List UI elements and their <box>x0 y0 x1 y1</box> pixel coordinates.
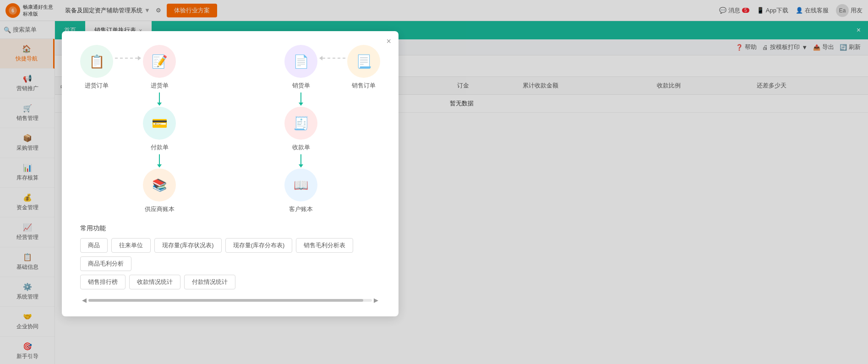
receipt-label: 收款单 <box>292 143 310 152</box>
arrow-h-1 <box>115 56 141 60</box>
scroll-thumb[interactable] <box>88 299 363 302</box>
purchase-bill-node[interactable]: 📝 <box>143 45 176 78</box>
sales-order-label: 销售订单 <box>352 81 376 90</box>
scroll-left-arrow[interactable]: ◀ <box>80 297 88 304</box>
sales-bill-label: 销货单 <box>292 81 310 90</box>
supplier-account-node[interactable]: 📚 <box>143 168 176 201</box>
supplier-account-label: 供应商账本 <box>145 205 175 213</box>
scroll-right-arrow[interactable]: ▶ <box>372 297 380 304</box>
flow-col-2: 📝 进货单 💳 付款单 📚 供应商账本 <box>143 45 176 213</box>
common-btns-row2: 销售排行榜 收款情况统计 付款情况统计 <box>80 275 380 289</box>
payment-label: 付款单 <box>151 143 169 152</box>
flow-diagram: 📋 进货订单 📝 进货单 💳 付款单 📚 供应商账本 <box>80 45 380 213</box>
customer-account-node[interactable]: 📖 <box>284 168 317 201</box>
v-arrow-2 <box>157 154 162 168</box>
purchase-order-label: 进货订单 <box>85 81 109 90</box>
btn-payment-stats[interactable]: 付款情况统计 <box>184 275 235 289</box>
scroll-track[interactable] <box>88 299 372 302</box>
common-functions: 常用功能 商品 往来单位 现存量(库存状况表) 现存量(库存分布表) 销售毛利分… <box>80 224 380 289</box>
common-functions-title: 常用功能 <box>80 224 380 233</box>
flow-col-4: 📃 销售订单 <box>347 45 380 90</box>
purchase-order-node[interactable]: 📋 <box>80 45 113 78</box>
receipt-node[interactable]: 🧾 <box>284 107 317 140</box>
v-arrow-1 <box>157 92 162 106</box>
arrow-h-2 <box>319 56 345 60</box>
customer-account-label: 客户账本 <box>289 205 313 213</box>
btn-receipt-stats[interactable]: 收款情况统计 <box>129 275 180 289</box>
btn-sales-rank[interactable]: 销售排行榜 <box>80 275 126 289</box>
popup-card: × 📋 进货订单 📝 进货单 💳 付款单 <box>62 31 399 316</box>
btn-product-gross[interactable]: 商品毛利分析 <box>80 256 131 271</box>
purchase-bill-label: 进货单 <box>151 81 169 90</box>
btn-stock-dist[interactable]: 现存量(库存分布表) <box>225 238 293 253</box>
popup-close-button[interactable]: × <box>386 37 391 46</box>
horizontal-scrollbar[interactable]: ◀ ▶ <box>80 293 380 307</box>
sales-order-node[interactable]: 📃 <box>347 45 380 78</box>
flow-col-1: 📋 进货订单 <box>80 45 113 90</box>
payment-node[interactable]: 💳 <box>143 107 176 140</box>
btn-product[interactable]: 商品 <box>80 238 108 253</box>
common-btns-row1: 商品 往来单位 现存量(库存状况表) 现存量(库存分布表) 销售毛利分析表 商品… <box>80 238 380 271</box>
sales-bill-node[interactable]: 📄 <box>284 45 317 78</box>
btn-sales-gross[interactable]: 销售毛利分析表 <box>296 238 353 253</box>
btn-stock-status[interactable]: 现存量(库存状况表) <box>154 238 222 253</box>
v-arrow-4 <box>299 154 303 168</box>
v-arrow-3 <box>299 92 303 106</box>
flow-col-3: 📄 销货单 🧾 收款单 📖 客户账本 <box>284 45 317 213</box>
btn-partner[interactable]: 往来单位 <box>111 238 151 253</box>
